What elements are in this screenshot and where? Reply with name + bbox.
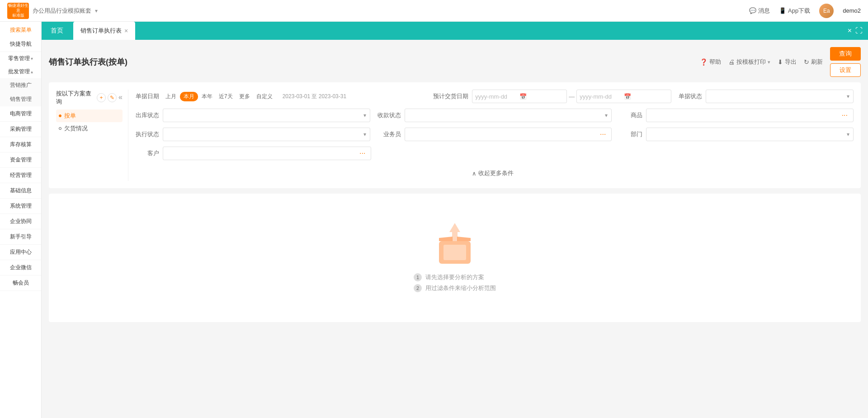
message-btn[interactable]: 💬 消息 [749,7,770,15]
export-btn[interactable]: ⬇ 导出 [778,58,797,66]
help-icon: ❓ [700,58,708,66]
sidebar-item-wechat[interactable]: 企业微信 [0,260,41,276]
sidebar-item-inventory-label: 库存核算 [10,141,32,147]
app-download-label: App下载 [788,7,810,15]
chevron-down-icon4: ▾ [363,131,366,138]
customer-more-btn[interactable]: ··· [358,149,367,157]
expected-date-end[interactable]: yyyy-mm-dd 📅 [576,90,671,103]
date-quick-this-year[interactable]: 本年 [199,92,215,101]
empty-hint-2-text: 用过滤条件来缩小分析范围 [425,284,496,292]
product-label: 商品 [615,111,642,119]
date-quick-7days[interactable]: 近7天 [216,92,236,101]
sidebar-item-inventory[interactable]: 库存核算 [0,137,41,152]
tab-home[interactable]: 首页 [42,22,72,40]
sidebar-item-marketing[interactable]: 营销推广 [0,78,41,92]
main-layout: 搜索菜单 快捷导航 零售管理 ▾ 批发管理 ▴ 营销推广 销售管理 电商管理 采… [0,22,868,418]
filter-field-dept: 部门 ▾ [615,128,854,141]
sidebar-item-member[interactable]: 畅会员 [0,276,41,291]
exec-status-label: 执行状态 [132,130,159,138]
receipt-status-label: 收款状态 [374,111,401,119]
filter-field-receipt-status: 收款状态 ▾ [374,109,612,122]
date-quick-more[interactable]: 更多 [236,92,253,101]
message-icon: 💬 [749,7,756,14]
date-quick-last-month[interactable]: 上月 [163,92,179,101]
query-button[interactable]: 查询 [830,47,861,61]
avatar: Ea [819,4,834,18]
sidebar-item-ecommerce[interactable]: 电商管理 [0,106,41,122]
filter-field-salesperson: 业务员 ··· [374,128,612,141]
help-label: 帮助 [709,58,721,66]
calendar-start-icon: 📅 [519,93,564,100]
print-btn[interactable]: 🖨 按模板打印 ▾ [728,58,770,66]
refresh-icon: ↻ [804,58,809,66]
sidebar-item-system[interactable]: 系统管理 [0,199,41,214]
filter-field-customer: 客户 ··· [132,147,371,160]
print-dropdown-icon[interactable]: ▾ [768,59,770,65]
window-close-btn[interactable]: × [848,27,852,35]
dept-select[interactable]: ▾ [646,128,854,141]
scheme-panel: 按以下方案查询 + ✎ « 按单 欠货情况 [56,90,128,181]
salesperson-select[interactable]: ··· [405,128,612,141]
sidebar-item-wholesale[interactable]: 批发管理 ▴ [0,65,41,78]
expected-date-label: 预计交货日期 [433,92,468,100]
collapse-more-label: 收起更多条件 [478,169,514,177]
scheme-label-按单: 按单 [64,112,76,120]
sidebar-item-purchase[interactable]: 采购管理 [0,122,41,137]
sidebar-item-retail[interactable]: 零售管理 ▾ [0,52,41,65]
sidebar-item-appstore[interactable]: 应用中心 [0,245,41,260]
scheme-item-欠货情况[interactable]: 欠货情况 [56,122,123,135]
sidebar-search[interactable]: 搜索菜单 [0,22,41,37]
sidebar-item-quicknav[interactable]: 快捷导航 [0,37,41,52]
sidebar-item-enterprise[interactable]: 企业协同 [0,214,41,229]
app-download-icon: 📱 [779,7,786,14]
refresh-btn[interactable]: ↻ 刷新 [804,58,823,66]
scheme-edit-btn[interactable]: ✎ [108,93,117,102]
sidebar-item-finance[interactable]: 资金管理 [0,152,41,168]
filter-row-1: 单据日期 上月 本月 本年 近7天 更多 自定义 2023-03-01 至 20… [132,90,854,103]
app-download-btn[interactable]: 📱 App下载 [779,7,810,15]
filter-row-2: 出库状态 ▾ 收款状态 ▾ [132,109,854,122]
receipt-status-select[interactable]: ▾ [405,109,612,122]
sidebar-item-basic[interactable]: 基础信息 [0,183,41,199]
scheme-collapse-btn[interactable]: « [118,93,123,102]
help-btn[interactable]: ❓ 帮助 [700,58,721,66]
empty-state: 1 请先选择要分析的方案 2 用过滤条件来缩小分析范围 [49,194,861,322]
chevron-down-icon: ▾ [847,93,849,100]
sidebar-item-wechat-label: 企业微信 [10,264,32,271]
product-more-btn[interactable]: ··· [840,111,849,119]
delivery-status-select[interactable]: ▾ [163,109,370,122]
collapse-more-btn[interactable]: ∧ 收起更多条件 [132,166,854,181]
customer-select[interactable]: ··· [163,147,371,160]
chevron-down-icon2: ▾ [363,112,366,119]
sidebar-item-operations[interactable]: 经营管理 [0,168,41,183]
scheme-dot-按单 [59,114,61,117]
salesperson-more-btn[interactable]: ··· [598,130,608,138]
exec-status-select[interactable]: ▾ [163,128,370,141]
date-quick-this-month[interactable]: 本月 [180,92,198,101]
date-quick-custom[interactable]: 自定义 [254,92,275,101]
window-max-btn[interactable]: ⛶ [855,27,863,35]
product-select[interactable]: ··· [646,109,854,122]
setting-button[interactable]: 设置 [830,63,861,77]
sidebar-item-appstore-label: 应用中心 [10,249,32,255]
tab-close-btn[interactable]: × [124,28,128,34]
expected-date-start[interactable]: yyyy-mm-dd 📅 [472,90,567,103]
sidebar-item-sales[interactable]: 销售管理 [0,92,41,106]
sidebar-item-ecommerce-label: 电商管理 [10,110,32,117]
scheme-item-按单[interactable]: 按单 [56,109,123,122]
sidebar-item-newbie-label: 新手引导 [10,233,32,240]
export-label: 导出 [785,58,797,66]
expected-date-start-placeholder: yyyy-mm-dd [475,93,519,100]
export-icon: ⬇ [778,58,783,66]
expected-date-end-placeholder: yyyy-mm-dd [580,93,624,100]
page-content: 销售订单执行表(按单) ❓ 帮助 🖨 按模板打印 ▾ ⬇ 导出 [42,40,868,418]
status-select[interactable]: ▾ [706,90,854,103]
scheme-add-btn[interactable]: + [97,93,106,102]
scheme-dot-欠货情况 [59,127,61,130]
sidebar-item-newbie[interactable]: 新手引导 [0,229,41,245]
filter-panel: 按以下方案查询 + ✎ « 按单 欠货情况 [49,82,861,188]
app-title-dropdown[interactable]: ▾ [95,8,98,14]
sidebar-item-wholesale-label: 批发管理 [8,68,30,76]
tab-active[interactable]: 销售订单执行表 × [73,22,135,40]
topbar: 畅捷通好生意 标准版 办公用品行业模拟账套 ▾ 💬 消息 📱 App下载 Ea … [0,0,868,22]
